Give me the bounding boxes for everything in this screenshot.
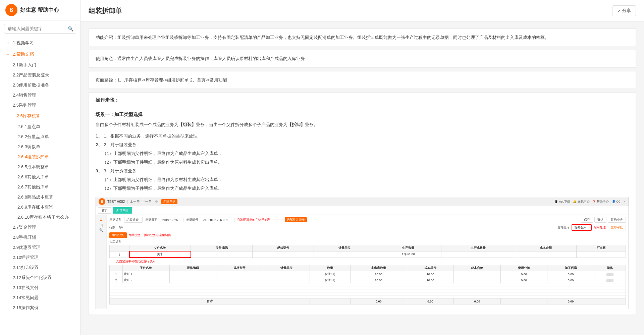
main-content: 功能介绍：组装拆卸单用来处理企业组装或拆卸等加工业务，支持有固定装配清单的产品加… — [80, 22, 644, 335]
step3: 3、3、对于拆装业务 — [96, 167, 629, 175]
sidebar-header: 6 好生意 帮助中心 — [0, 0, 80, 20]
step3-sub1: （1）上部明细为父件明细，最终作为原材料生成其它出库单； — [96, 175, 629, 184]
mock-left-icons: ≡ 📋 🔍 — [96, 215, 107, 309]
mock-upper-table-label: 加工类型 — [109, 240, 626, 244]
sidebar-item-other-out[interactable]: 2.6.7其他出库单 — [0, 182, 80, 192]
sidebar: 6 好生意 帮助中心 🔍 ＋ 1.视频学习 － 2.帮助文档 2.1新手入门 2… — [0, 0, 80, 335]
sidebar-item-label: 2.帮助文档 — [13, 51, 34, 57]
mock-assembly-type-btn: 组装业务 — [109, 232, 127, 238]
sidebar-item-transfer[interactable]: 2.6.3调拨单 — [0, 142, 80, 152]
search-icon[interactable]: 🔍 — [68, 26, 73, 32]
sidebar-item-install[interactable]: 2.2产品安装及登录 — [0, 70, 80, 80]
sidebar-item-finance[interactable]: 2.7资金管理 — [0, 222, 80, 232]
mock-new-btn: 新建单据 — [161, 199, 177, 204]
sidebar-item-partial-stocktake[interactable]: 2.6.2分量盘点单 — [0, 132, 80, 142]
nav-section: ＋ 1.视频学习 － 2.帮助文档 2.1新手入门 2.2产品安装及登录 2.3… — [0, 37, 80, 313]
sidebar-item-newbie[interactable]: 2.1新手入门 — [0, 60, 80, 70]
sidebar-item-sales[interactable]: 2.4销售管理 — [0, 90, 80, 100]
mock-warehouse-field: 货储仓库 — [572, 224, 592, 231]
page-title: 组装拆卸单 — [89, 6, 122, 15]
steps-list: 1、1、根据不同的业务，选择不同单据的类型来处理 2、2、对于组装业务 （1）上… — [96, 132, 629, 193]
mock-title-id: TEST-H002 — [107, 200, 125, 204]
step2-sub2: （2）下部明细为子件明细，最终作为原材料生成其它出库单。 — [96, 158, 629, 167]
function-intro-text: 功能介绍：组装拆卸单用来处理企业组装或拆卸等加工业务，支持有固定装配清单的产品加… — [96, 35, 549, 40]
sidebar-item-cost-recalc[interactable]: 2.6.8商品成本重算 — [0, 192, 80, 202]
mock-select-parts-btn: 选配件并套单 — [285, 217, 307, 222]
mock-tabs: 首页 新增单据 — [96, 206, 629, 215]
mock-logo: 6 — [99, 198, 105, 205]
sidebar-item-video[interactable]: ＋ 1.视频学习 — [0, 37, 80, 49]
sidebar-item-payment[interactable]: 2.13在线支付 — [0, 283, 80, 293]
mock-annotation-area: 有装配清单的在这里处理 选配件并套单 — [237, 217, 307, 222]
step2: 2、2、对于组装业务 — [96, 141, 629, 149]
mock-bh-field: AD-20191226-001 — [201, 218, 234, 222]
sidebar-item-label: 1.视频学习 — [13, 40, 34, 46]
step1: 1、1、根据不同的业务，选择不同单据的类型来处理 — [96, 132, 629, 141]
mock-date-field: 2019-12-26 — [160, 218, 183, 222]
mock-tab-new: 新增单据 — [113, 207, 132, 214]
operation-steps-title: 操作步骤： — [89, 92, 636, 108]
expand-icon: ＋ — [5, 40, 11, 46]
sidebar-item-docs[interactable]: － 2.帮助文档 — [0, 49, 80, 60]
sidebar-item-cost-adjust[interactable]: 2.6.5成本调整单 — [0, 162, 80, 172]
sidebar-item-stock-error[interactable]: 2.6.10库存账本错了怎么办 — [0, 212, 80, 222]
collapse-icon: － — [9, 113, 15, 119]
sidebar-item-purchase[interactable]: 2.5采购管理 — [0, 100, 80, 110]
path-intro-text: 页面路径：1、库存核算->库存管理->组装拆卸单 2、首页->常用功能 — [96, 77, 227, 82]
logo-icon: 6 — [5, 4, 17, 16]
sidebar-item-stock-ledger[interactable]: 2.6.9库存账本查询 — [0, 202, 80, 212]
sidebar-item-data-prep[interactable]: 2.3使用前数据准备 — [0, 80, 80, 90]
mock-type-field: 组装拆卸 — [124, 217, 143, 223]
sidebar-item-print[interactable]: 2.11打印设置 — [0, 263, 80, 273]
sidebar-item-operations[interactable]: 2.10经营管理 — [0, 253, 80, 263]
mock-form-row2: 行数：2件 货储仓库 货储仓库 启用处理 立即审批 — [109, 224, 626, 231]
mock-no-fixed-annotation: 无固定清单可在此处逐行录入 — [109, 259, 626, 264]
app-name: 好生意 帮助中心 — [20, 7, 59, 14]
screenshot-container: 6 TEST-H002 | 上一单 下一单 ⚙ 新建单据 📱 App下载 🔔 岗… — [96, 197, 629, 309]
share-icon: ↗ — [617, 8, 621, 13]
sidebar-item-other-in[interactable]: 2.6.6其他入库单 — [0, 172, 80, 182]
path-intro-block: 页面路径：1、库存核算->库存管理->组装拆卸单 2、首页->常用功能 — [89, 71, 636, 89]
sidebar-item-label: 2.6库存核算 — [17, 113, 40, 119]
mock-type-selector-row: 组装业务 组装业务、拆卸业务在这里切换 — [109, 232, 626, 238]
mock-tab-home: 首页 — [98, 207, 111, 214]
role-intro-block: 使用角色：通常由生产人员或库管人员完成拆装业务的操作，库管人员确认原材料的出库和… — [89, 50, 636, 67]
sidebar-item-personalize[interactable]: 2.12系统个性化设置 — [0, 273, 80, 283]
mock-lower-table: 子件名称 规格编码 规格型号 计量单位 数量 未出库数量 成本单价 成本合价 费 — [109, 265, 626, 304]
collapse-icon: － — [5, 52, 11, 57]
mock-content-layout: ≡ 📋 🔍 单据类型 组装拆卸 单据日期 2019-12-26 — [96, 215, 629, 309]
mock-upper-table: 父件名称 父件编码 规格型号 计量单位 生产数量 主产成数量 成本金额 可出售 — [109, 245, 626, 258]
main-panel: 组装拆卸单 ↗ 分享 功能介绍：组装拆卸单用来处理企业组装或拆卸等加工业务，支持… — [80, 0, 644, 335]
search-area: 🔍 — [0, 20, 80, 37]
mock-form-row1: 单据类型 组装拆卸 单据日期 2019-12-26 单据编号 AD-201912… — [109, 217, 626, 223]
scene1-title: 场景一：加工类型选择 — [96, 112, 629, 118]
mock-form: 单据类型 组装拆卸 单据日期 2019-12-26 单据编号 AD-201912… — [107, 215, 629, 309]
search-input[interactable] — [4, 24, 76, 34]
sidebar-item-mobile[interactable]: 2.8手机旺辅 — [0, 232, 80, 242]
mock-top-icons: 📱 App下载 🔔 岗职中心 ❓ 帮助中心 👤 CC ✕ — [554, 200, 626, 204]
sidebar-item-cases[interactable]: 2.15操作案例 — [0, 303, 80, 313]
scene1-desc: 当由多个子件材料组装成一个成品的业务为【组装】业务，当由一个父件拆分成多个子产品… — [96, 120, 629, 129]
share-button[interactable]: ↗ 分享 — [612, 5, 636, 16]
mock-prev-next: 上一单 下一单 — [130, 199, 152, 204]
scene1-block: 场景一：加工类型选择 当由多个子件材料组装成一个成品的业务为【组装】业务，当由一… — [89, 108, 636, 315]
main-header: 组装拆卸单 ↗ 分享 — [80, 0, 644, 22]
sidebar-item-coupon[interactable]: 2.9优惠券管理 — [0, 242, 80, 253]
sidebar-item-assembly[interactable]: 2.6.4组装拆卸单 — [0, 152, 80, 162]
mock-titlebar: 6 TEST-H002 | 上一单 下一单 ⚙ 新建单据 📱 App下载 🔔 岗… — [96, 197, 629, 206]
step3-sub2: （2）下部明细为子件明细，最终作为产成品生成其它入库单。 — [96, 184, 629, 193]
step2-sub1: （1）上部明细为父件明细，最终作为产成品生成其它入库单； — [96, 149, 629, 158]
function-intro-block: 功能介绍：组装拆卸单用来处理企业组装或拆卸等加工业务，支持有固定装配清单的产品加… — [89, 29, 636, 46]
sidebar-item-inventory[interactable]: － 2.6库存核算 — [0, 110, 80, 122]
sidebar-item-stocktake[interactable]: 2.6.1盘点单 — [0, 122, 80, 132]
sidebar-item-faq[interactable]: 2.14常见问题 — [0, 293, 80, 303]
role-intro-text: 使用角色：通常由生产人员或库管人员完成拆装业务的操作，库管人员确认原材料的出库和… — [96, 56, 305, 61]
mock-action-btns: 保存 确认 其他业务 — [581, 217, 626, 223]
